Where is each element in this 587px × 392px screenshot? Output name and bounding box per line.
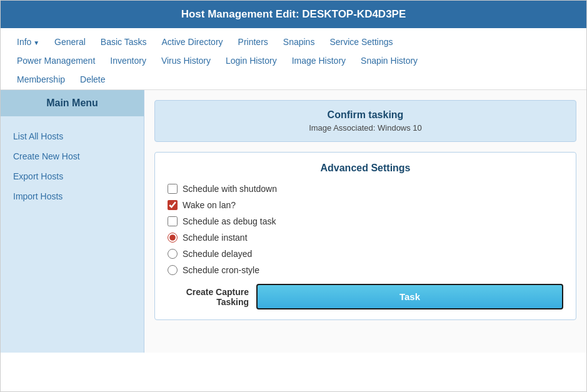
- task-button[interactable]: Task: [256, 284, 563, 309]
- nav-image-history[interactable]: Image History: [286, 52, 352, 69]
- sidebar-export-hosts[interactable]: Export Hosts: [1, 166, 144, 186]
- setting-schedule-instant: Schedule instant: [168, 233, 563, 243]
- nav-login-history[interactable]: Login History: [219, 52, 283, 69]
- nav-info[interactable]: Info ▼: [11, 33, 46, 51]
- confirm-tasking-box: Confirm tasking Image Associated: Window…: [154, 100, 576, 142]
- nav-power-management[interactable]: Power Management: [11, 52, 101, 69]
- nav-row-3: Membership Delete: [11, 71, 576, 88]
- nav-snapins[interactable]: Snapins: [277, 33, 321, 51]
- main-content: Confirm tasking Image Associated: Window…: [144, 90, 586, 353]
- schedule-shutdown-checkbox[interactable]: [168, 184, 178, 194]
- sidebar-list-all-hosts[interactable]: List All Hosts: [1, 126, 144, 146]
- wake-on-lan-label: Wake on lan?: [183, 200, 236, 210]
- info-arrow-icon: ▼: [31, 39, 39, 46]
- setting-schedule-shutdown: Schedule with shutdown: [168, 184, 563, 194]
- content-area: Main Menu List All Hosts Create New Host…: [1, 90, 586, 353]
- main-window: Host Management Edit: DESKTOP-KD4D3PE In…: [0, 0, 587, 392]
- schedule-instant-label: Schedule instant: [183, 233, 248, 243]
- sidebar-links: List All Hosts Create New Host Export Ho…: [1, 116, 144, 216]
- nav-virus-history[interactable]: Virus History: [155, 52, 217, 69]
- sidebar-create-new-host[interactable]: Create New Host: [1, 146, 144, 166]
- nav-delete[interactable]: Delete: [74, 71, 111, 88]
- schedule-instant-radio[interactable]: [168, 233, 178, 243]
- sidebar: Main Menu List All Hosts Create New Host…: [1, 90, 144, 353]
- nav-row-2: Power Management Inventory Virus History…: [11, 52, 576, 69]
- nav-printers[interactable]: Printers: [232, 33, 274, 51]
- nav-row-1: Info ▼ General Basic Tasks Active Direct…: [11, 33, 576, 51]
- setting-schedule-delayed: Schedule delayed: [168, 249, 563, 259]
- setting-schedule-debug: Schedule as debug task: [168, 216, 563, 226]
- nav-basic-tasks[interactable]: Basic Tasks: [94, 33, 153, 51]
- sidebar-title: Main Menu: [1, 90, 144, 116]
- navigation-area: Info ▼ General Basic Tasks Active Direct…: [1, 28, 586, 90]
- schedule-cron-radio[interactable]: [168, 265, 178, 275]
- nav-service-settings[interactable]: Service Settings: [323, 33, 399, 51]
- confirm-tasking-subtitle: Image Associated: Windows 10: [164, 123, 567, 133]
- sidebar-import-hosts[interactable]: Import Hosts: [1, 186, 144, 206]
- capture-row: Create CaptureTasking Task: [168, 284, 563, 309]
- nav-general[interactable]: General: [48, 33, 92, 51]
- schedule-delayed-radio[interactable]: [168, 249, 178, 259]
- schedule-cron-label: Schedule cron-style: [183, 265, 259, 275]
- schedule-shutdown-label: Schedule with shutdown: [183, 184, 277, 194]
- nav-snapin-history[interactable]: Snapin History: [354, 52, 424, 69]
- nav-membership[interactable]: Membership: [11, 71, 71, 88]
- title-bar: Host Management Edit: DESKTOP-KD4D3PE: [1, 1, 586, 28]
- setting-schedule-cron: Schedule cron-style: [168, 265, 563, 275]
- nav-inventory[interactable]: Inventory: [104, 52, 153, 69]
- advanced-settings-title: Advanced Settings: [168, 163, 563, 174]
- nav-active-directory[interactable]: Active Directory: [156, 33, 229, 51]
- schedule-debug-checkbox[interactable]: [168, 216, 178, 226]
- window-title: Host Management Edit: DESKTOP-KD4D3PE: [181, 8, 406, 20]
- capture-label: Create CaptureTasking: [168, 287, 249, 307]
- advanced-settings-box: Advanced Settings Schedule with shutdown…: [154, 152, 576, 320]
- schedule-delayed-label: Schedule delayed: [183, 249, 252, 259]
- wake-on-lan-checkbox[interactable]: [168, 200, 178, 210]
- confirm-tasking-title: Confirm tasking: [164, 109, 567, 121]
- schedule-debug-label: Schedule as debug task: [183, 216, 276, 226]
- setting-wake-on-lan: Wake on lan?: [168, 200, 563, 210]
